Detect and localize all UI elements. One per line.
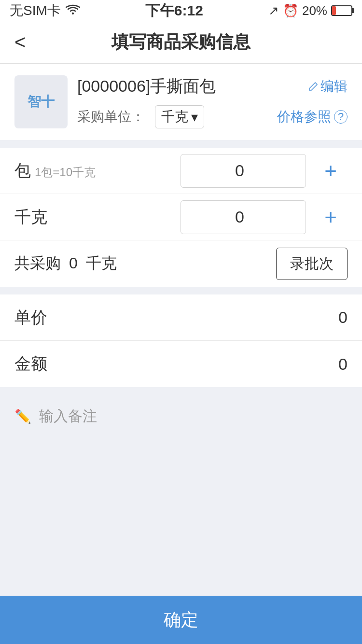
battery-percentage: 20%: [302, 3, 327, 18]
product-image: 智十: [14, 75, 68, 128]
back-button[interactable]: <: [14, 31, 26, 53]
status-bar: 无SIM卡 下午6:12 ↗ ⏰ 20%: [0, 0, 362, 21]
amount-value: 0: [338, 355, 348, 374]
chevron-down-icon: ▾: [191, 109, 198, 125]
amount-label: 金额: [14, 353, 47, 375]
input-section: 包 1包=10千克 + 千克 +: [0, 148, 362, 240]
unit-select[interactable]: 千克 ▾: [155, 105, 204, 128]
page-title: 填写商品采购信息: [111, 30, 251, 54]
wifi-icon: [66, 3, 80, 18]
confirm-button[interactable]: 确定: [0, 596, 362, 644]
unit-price-row: 单价 0: [0, 294, 362, 341]
price-ref-button[interactable]: 价格参照 ?: [277, 108, 348, 126]
bao-plus-button[interactable]: +: [314, 154, 348, 188]
nav-bar: < 填写商品采购信息: [0, 21, 362, 64]
svg-point-0: [72, 13, 74, 14]
pencil-icon: ✏️: [14, 408, 31, 424]
location-icon: ↗: [268, 3, 279, 18]
unit-label: 采购单位：: [77, 109, 145, 124]
bao-quantity-input[interactable]: [181, 154, 306, 188]
status-right: ↗ ⏰ 20%: [268, 3, 352, 18]
battery-icon: [331, 5, 352, 16]
kg-field-wrap: +: [101, 200, 348, 234]
product-card: 智十 [0000006]手撕面包 编辑 采购单位： 千克 ▾: [0, 64, 362, 140]
kg-plus-button[interactable]: +: [314, 200, 348, 234]
batch-button[interactable]: 录批次: [276, 248, 348, 280]
price-section: 单价 0 金额 0: [0, 294, 362, 387]
total-row: 共采购 0 千克 录批次: [0, 240, 362, 287]
notes-section[interactable]: ✏️ 输入备注: [0, 387, 362, 445]
total-text: 共采购 0 千克: [14, 253, 117, 274]
status-time: 下午6:12: [145, 1, 203, 21]
empty-space: [0, 445, 362, 590]
product-info: [0000006]手撕面包 编辑 采购单位： 千克 ▾ 价格: [77, 75, 348, 128]
alarm-icon: ⏰: [283, 3, 298, 18]
kg-input-row: 千克 +: [0, 194, 362, 240]
product-name-row: [0000006]手撕面包 编辑: [77, 75, 348, 98]
section-divider-1: [0, 140, 362, 148]
kg-label: 千克: [14, 206, 101, 228]
amount-row: 金额 0: [0, 341, 362, 387]
bao-input-row: 包 1包=10千克 +: [0, 148, 362, 194]
unit-price-label: 单价: [14, 307, 47, 329]
total-value: 0: [69, 254, 78, 272]
status-left: 无SIM卡: [10, 1, 80, 20]
section-divider-2: [0, 287, 362, 294]
bao-label: 包 1包=10千克: [14, 160, 101, 182]
product-full-name: [0000006]手撕面包: [77, 75, 216, 98]
product-logo-text: 智十: [28, 93, 55, 111]
bao-field-wrap: +: [101, 154, 348, 188]
unit-price-value: 0: [338, 308, 348, 327]
notes-placeholder: 输入备注: [39, 406, 97, 426]
carrier-text: 无SIM卡: [10, 1, 61, 20]
kg-quantity-input[interactable]: [181, 200, 306, 234]
info-icon: ?: [334, 110, 348, 124]
edit-button[interactable]: 编辑: [308, 77, 348, 96]
product-unit-row: 采购单位： 千克 ▾ 价格参照 ?: [77, 105, 348, 128]
unit-label-group: 采购单位： 千克 ▾: [77, 105, 204, 128]
